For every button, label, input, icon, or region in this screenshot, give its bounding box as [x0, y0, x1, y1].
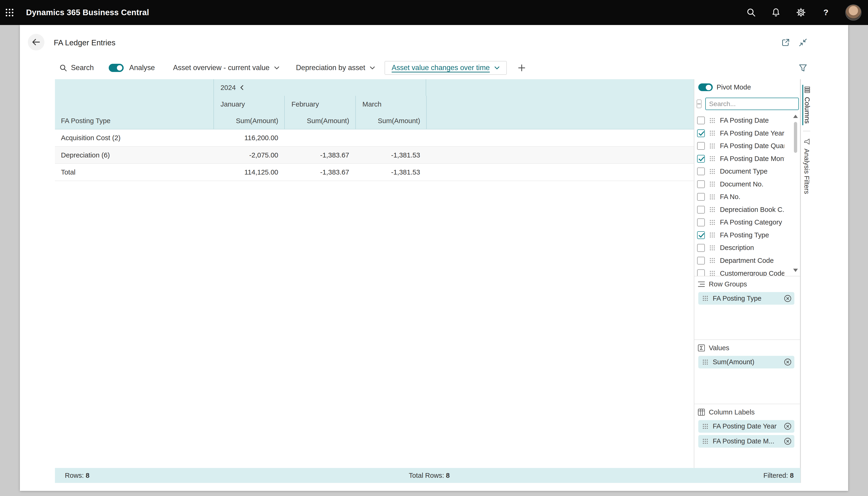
- tab-columns[interactable]: Columns: [802, 85, 811, 125]
- search-button[interactable]: Search: [59, 64, 94, 72]
- drag-handle-icon[interactable]: [709, 130, 715, 136]
- search-icon[interactable]: [746, 7, 757, 18]
- analyse-toggle[interactable]: Analyse: [109, 64, 155, 72]
- collapse-group-chevron-icon[interactable]: [240, 85, 244, 90]
- drag-handle-icon[interactable]: [709, 156, 715, 162]
- analyse-switch[interactable]: [109, 64, 124, 72]
- field-item[interactable]: FA Posting Category: [694, 216, 800, 229]
- drag-handle-icon[interactable]: [709, 232, 715, 238]
- checkbox[interactable]: [697, 257, 705, 264]
- drag-handle-icon[interactable]: [709, 245, 715, 251]
- drag-handle-icon[interactable]: [702, 295, 708, 301]
- field-item[interactable]: Depreciation Book C...: [694, 203, 800, 216]
- value-header-january[interactable]: Sum(Amount): [213, 112, 284, 129]
- checkbox[interactable]: [697, 155, 705, 162]
- field-item[interactable]: FA Posting Date Year: [694, 127, 800, 140]
- remove-chip-icon[interactable]: [784, 437, 792, 445]
- row-label: Depreciation (6): [55, 147, 213, 164]
- field-item[interactable]: Description: [694, 242, 800, 254]
- settings-gear-icon[interactable]: [795, 7, 806, 18]
- drag-handle-icon[interactable]: [709, 270, 715, 276]
- scroll-down-arrow[interactable]: [793, 269, 798, 272]
- drag-handle-icon[interactable]: [709, 118, 715, 124]
- avatar[interactable]: [845, 4, 862, 20]
- tab-depreciation-by-asset[interactable]: Depreciation by asset: [289, 61, 382, 75]
- drag-handle-icon[interactable]: [702, 423, 708, 430]
- field-item[interactable]: FA No.: [694, 191, 800, 203]
- column-label-chip[interactable]: FA Posting Date Year: [698, 420, 794, 433]
- collapse-window-icon[interactable]: [799, 38, 807, 47]
- value-header-march[interactable]: Sum(Amount): [355, 112, 426, 129]
- add-analysis-tab-button[interactable]: [518, 64, 526, 72]
- column-label-chip[interactable]: FA Posting Date M...: [698, 435, 794, 448]
- checkbox[interactable]: [697, 193, 705, 201]
- checkbox[interactable]: [697, 269, 705, 276]
- back-button[interactable]: [28, 34, 44, 50]
- pivot-mode-switch[interactable]: [698, 83, 713, 91]
- remove-chip-icon[interactable]: [784, 358, 792, 366]
- tab-asset-value-changes-over-time[interactable]: Asset value changes over time: [384, 61, 507, 75]
- pivot-grid: 2024 January February March: [55, 79, 694, 468]
- drag-handle-icon[interactable]: [709, 181, 715, 187]
- drag-handle-icon[interactable]: [702, 438, 708, 444]
- help-icon[interactable]: ?: [820, 7, 831, 18]
- cell-value: [284, 129, 355, 146]
- row-group-header[interactable]: FA Posting Type: [55, 112, 213, 129]
- filter-icon: [804, 138, 810, 145]
- field-item[interactable]: FA Posting Date Month: [694, 152, 800, 165]
- field-item[interactable]: FA Posting Date Quar...: [694, 139, 800, 152]
- column-group-year[interactable]: 2024: [213, 79, 426, 96]
- collapse-all-button[interactable]: −: [697, 99, 702, 108]
- drag-handle-icon[interactable]: [709, 143, 715, 149]
- app-launcher-button[interactable]: [0, 0, 19, 25]
- field-item[interactable]: FA Posting Date: [694, 114, 800, 127]
- notifications-bell-icon[interactable]: [771, 7, 781, 18]
- checkbox[interactable]: [697, 168, 705, 175]
- checkbox[interactable]: [697, 231, 705, 239]
- chevron-down-icon: [274, 66, 279, 69]
- column-header-march[interactable]: March: [355, 96, 426, 112]
- field-search-input[interactable]: [705, 98, 798, 110]
- checkbox[interactable]: [697, 206, 705, 214]
- checkbox[interactable]: [697, 129, 705, 137]
- field-item[interactable]: Department Code: [694, 254, 800, 267]
- tab-asset-overview-current-value[interactable]: Asset overview - current value: [166, 61, 287, 75]
- back-arrow-icon: [31, 37, 41, 47]
- checkbox[interactable]: [697, 180, 705, 188]
- field-item[interactable]: Customergroup Code: [694, 267, 800, 276]
- open-in-new-window-icon[interactable]: [781, 38, 790, 47]
- cell-value: 116,200.00: [213, 129, 284, 146]
- value-header-february[interactable]: Sum(Amount): [284, 112, 355, 129]
- cell-value: [355, 129, 426, 146]
- scrollbar-thumb[interactable]: [794, 122, 797, 153]
- drag-handle-icon[interactable]: [709, 194, 715, 200]
- checkbox[interactable]: [697, 142, 705, 150]
- row-group-chip[interactable]: FA Posting Type: [698, 292, 794, 305]
- value-chip[interactable]: Sum(Amount): [698, 356, 794, 369]
- drag-handle-icon[interactable]: [702, 359, 708, 365]
- column-header-february[interactable]: February: [284, 96, 355, 112]
- drag-handle-icon[interactable]: [709, 258, 715, 264]
- columns-icon: [804, 87, 810, 93]
- column-labels-title: Column Labels: [709, 408, 755, 416]
- checkbox[interactable]: [697, 218, 705, 226]
- scroll-up-arrow[interactable]: [793, 115, 798, 118]
- field-item[interactable]: FA Posting Type: [694, 229, 800, 242]
- checkbox[interactable]: [697, 244, 705, 252]
- filter-icon[interactable]: [799, 64, 807, 72]
- column-header-january[interactable]: January: [213, 96, 284, 112]
- chevron-down-icon: [494, 66, 500, 69]
- cell-value: -1,381.53: [355, 147, 426, 164]
- tab-analysis-filters[interactable]: Analysis Filters: [803, 137, 810, 196]
- analysis-area: 2024 January February March: [55, 79, 812, 483]
- drag-handle-icon[interactable]: [709, 168, 715, 174]
- page-title: FA Ledger Entries: [54, 38, 116, 47]
- checkbox[interactable]: [697, 117, 705, 124]
- remove-chip-icon[interactable]: [784, 295, 792, 302]
- remove-chip-icon[interactable]: [784, 422, 792, 430]
- table-row: Acquisition Cost (2) 116,200.00: [55, 129, 694, 147]
- drag-handle-icon[interactable]: [709, 206, 715, 213]
- drag-handle-icon[interactable]: [709, 219, 715, 226]
- field-item[interactable]: Document No.: [694, 178, 800, 191]
- field-item[interactable]: Document Type: [694, 165, 800, 178]
